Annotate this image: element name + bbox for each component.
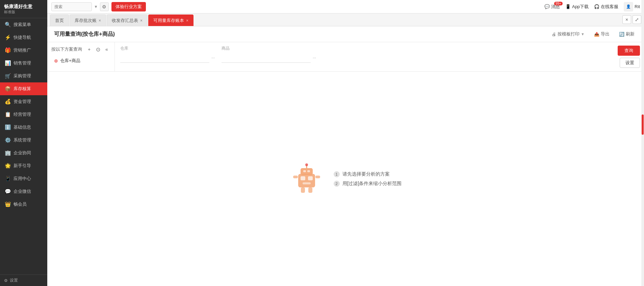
- svg-rect-10: [315, 176, 320, 178]
- svg-rect-11: [301, 187, 305, 193]
- print-label: 按模板打印: [558, 31, 579, 37]
- sidebar-item-system[interactable]: ⚙️ 系统管理: [0, 134, 47, 147]
- sidebar-item-appstore[interactable]: 📱 应用中心: [0, 172, 47, 185]
- empty-tip-1: 1 请先选择要分析的方案: [334, 171, 402, 177]
- product-label: 商品: [222, 46, 316, 51]
- svg-rect-3: [303, 182, 311, 184]
- message-badge: 99+: [554, 2, 563, 5]
- svg-rect-0: [298, 174, 315, 187]
- user-area[interactable]: 👤 Rit: [624, 2, 640, 11]
- message-button[interactable]: 💬 消息 99+: [544, 4, 560, 10]
- tab-close-available[interactable]: ×: [186, 18, 188, 23]
- warehouse-input[interactable]: [120, 53, 209, 63]
- add-scheme-button[interactable]: +: [85, 46, 93, 53]
- sidebar-logo: 畅康通好生意 标准版: [0, 0, 47, 18]
- print-icon: 🖨: [552, 32, 556, 37]
- filter-scheme-header: 按以下方案查询 + ⊙ «: [51, 46, 110, 53]
- search-input[interactable]: [51, 2, 92, 11]
- tip-number-1: 1: [334, 171, 340, 177]
- sidebar-item-finance[interactable]: 💰 资金管理: [0, 95, 47, 108]
- sidebar-item-member[interactable]: 👑 畅会员: [0, 198, 47, 211]
- topbar-gear-button[interactable]: ⚙: [100, 2, 109, 11]
- sidebar: 畅康通好生意 标准版 🔍 搜索菜单 ⚡ 快捷导航 🎁 营销推广 📊 销售管理 🛒…: [0, 0, 47, 286]
- page-actions: 🖨 按模板打印 ▼ 📤 导出 🔄 刷新: [549, 30, 637, 38]
- app-download-button[interactable]: 📱 App下载: [565, 4, 589, 10]
- sidebar-label-operation: 经营管理: [14, 111, 31, 118]
- sidebar-label-purchase: 采购管理: [14, 73, 31, 79]
- print-button[interactable]: 🖨 按模板打印 ▼: [549, 30, 587, 38]
- product-more-button[interactable]: ···: [313, 55, 316, 60]
- sidebar-icon-appstore: 📱: [5, 176, 11, 182]
- sidebar-label-inventory: 库存核算: [14, 86, 31, 92]
- sidebar-label-enterprise: 企业协同: [14, 150, 31, 156]
- settings-button[interactable]: 设置: [620, 58, 640, 68]
- sidebar-label-finance: 资金管理: [14, 99, 31, 105]
- tab-home[interactable]: 首页: [50, 15, 69, 26]
- sidebar-item-newuser[interactable]: 🌟 新手引导: [0, 159, 47, 172]
- online-service-label: 在线客服: [601, 4, 618, 10]
- sidebar-icon-inventory: 📦: [5, 86, 11, 92]
- svg-rect-6: [307, 170, 310, 172]
- sidebar-label-system: 系统管理: [14, 137, 31, 143]
- right-scrollbar[interactable]: [641, 0, 644, 286]
- expand-button[interactable]: ⤢: [633, 15, 641, 24]
- filter-scheme-panel: 按以下方案查询 + ⊙ « ⊕ 仓库+商品: [47, 42, 115, 71]
- right-action-buttons: 查询 设置: [618, 42, 644, 71]
- dropdown-icon[interactable]: ▼: [94, 4, 98, 9]
- tab-close-batch[interactable]: ×: [99, 18, 101, 23]
- tab-available[interactable]: 可用量库存账本×: [148, 15, 194, 26]
- tab-batch[interactable]: 库存批次账×: [70, 15, 106, 26]
- product-input-row: ···: [222, 53, 316, 63]
- sidebar-item-inventory[interactable]: 📦 库存核算: [0, 82, 47, 95]
- sidebar-icon-sales: 📊: [5, 60, 11, 66]
- product-input[interactable]: [222, 53, 311, 63]
- sidebar-item-operation[interactable]: 📋 经营管理: [0, 108, 47, 121]
- scheme-item-icon: ⊕: [54, 58, 58, 63]
- filter-condition-warehouse: 仓库 ···: [120, 46, 215, 63]
- main-content: ▼ ⚙ 体验行业方案 💬 消息 99+ 📱 App下载 🎧 在线客服 👤 Rit: [47, 0, 644, 286]
- sidebar-item-enterprise[interactable]: 🏢 企业协同: [0, 147, 47, 159]
- topbar: ▼ ⚙ 体验行业方案 💬 消息 99+ 📱 App下载 🎧 在线客服 👤 Rit: [47, 0, 644, 14]
- tab-label-summary: 收发存汇总表: [112, 18, 138, 24]
- sidebar-item-basic[interactable]: ℹ️ 基础信息: [0, 121, 47, 134]
- scheme-item-warehouse-product[interactable]: ⊕ 仓库+商品: [51, 56, 110, 66]
- sidebar-icon-search: 🔍: [5, 22, 11, 28]
- sidebar-item-sales[interactable]: 📊 销售管理: [0, 57, 47, 70]
- online-service-button[interactable]: 🎧 在线客服: [594, 4, 618, 10]
- query-button[interactable]: 查询: [618, 46, 640, 56]
- export-label: 导出: [601, 31, 610, 37]
- sidebar-item-search[interactable]: 🔍 搜索菜单: [0, 18, 47, 31]
- sidebar-label-basic: 基础信息: [14, 124, 31, 130]
- app-download-label: App下载: [572, 4, 589, 10]
- sidebar-item-marketing[interactable]: 🎁 营销推广: [0, 44, 47, 57]
- print-dropdown-icon[interactable]: ▼: [581, 32, 585, 36]
- sidebar-label-sales: 销售管理: [14, 60, 31, 66]
- phone-icon: 📱: [565, 4, 571, 9]
- tip-number-2: 2: [334, 181, 340, 187]
- sidebar-label-newuser: 新手引导: [14, 163, 31, 169]
- industry-solution-button[interactable]: 体验行业方案: [111, 2, 146, 11]
- refresh-button[interactable]: 🔄 刷新: [616, 30, 637, 38]
- tabbar-controls: × ⤢: [620, 13, 644, 26]
- export-button[interactable]: 📤 导出: [591, 30, 612, 38]
- close-tab-button[interactable]: ×: [622, 15, 631, 24]
- warehouse-more-button[interactable]: ···: [211, 55, 215, 60]
- scheme-collapse-button[interactable]: «: [103, 46, 110, 53]
- sidebar-icon-purchase: 🛒: [5, 73, 11, 79]
- topbar-right: 💬 消息 99+ 📱 App下载 🎧 在线客服 👤 Rit: [544, 2, 640, 11]
- sidebar-item-quick-nav[interactable]: ⚡ 快捷导航: [0, 31, 47, 44]
- sidebar-item-purchase[interactable]: 🛒 采购管理: [0, 70, 47, 82]
- scheme-item-label: 仓库+商品: [60, 58, 80, 64]
- sidebar-item-wechat[interactable]: 💬 企业微信: [0, 185, 47, 198]
- app-title: 畅康通好生意: [4, 3, 43, 9]
- tip-text-2: 用[过滤]条件来缩小分析范围: [342, 181, 402, 187]
- tip-text-1: 请先选择要分析的方案: [342, 171, 390, 177]
- sidebar-icon-member: 👑: [5, 201, 11, 207]
- tab-close-summary[interactable]: ×: [140, 18, 143, 23]
- tab-summary[interactable]: 收发存汇总表×: [107, 15, 148, 26]
- svg-rect-1: [301, 176, 305, 180]
- page-header: 可用量查询(按仓库+商品) 🖨 按模板打印 ▼ 📤 导出 🔄 刷新: [47, 26, 644, 42]
- scheme-settings-button[interactable]: ⊙: [94, 46, 102, 53]
- headset-icon: 🎧: [594, 4, 599, 9]
- sidebar-bottom-settings[interactable]: ⚙ 设置: [0, 275, 47, 286]
